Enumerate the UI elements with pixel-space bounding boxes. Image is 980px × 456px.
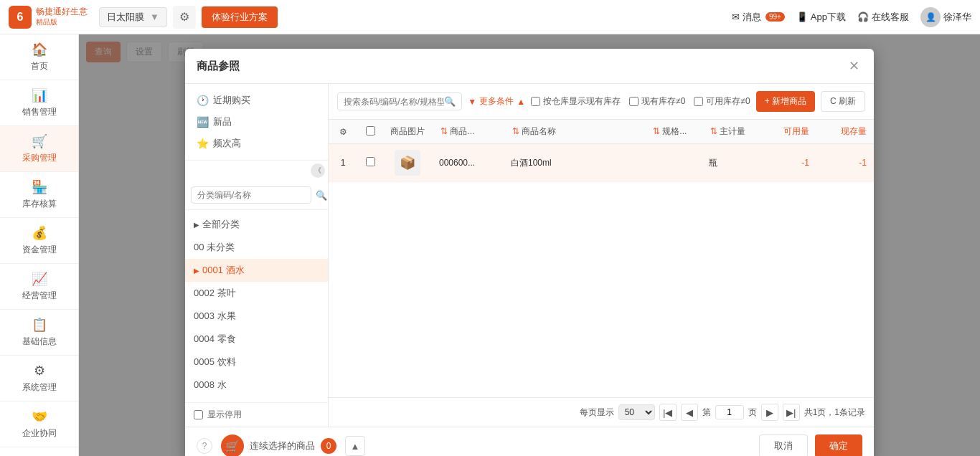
cat-item-0001-label: 0001 酒水	[202, 264, 245, 277]
page-number-input[interactable]	[715, 405, 744, 419]
next-page-btn[interactable]: ▶	[761, 404, 778, 421]
sidebar-label-home: 首页	[31, 60, 48, 72]
sidebar-item-system[interactable]: ⚙ 系统管理	[0, 356, 78, 402]
cancel-button[interactable]: 取消	[759, 434, 808, 456]
row-stock-cell: -1	[816, 144, 874, 182]
add-product-button[interactable]: + 新增商品	[756, 91, 815, 112]
table-row[interactable]: 1 📦 000600...	[329, 144, 874, 182]
sort-icon-unit: ⇅	[710, 126, 717, 136]
user-area[interactable]: 👤 徐泽华	[920, 7, 971, 27]
filter-more-btn[interactable]: ▼ 更多条件 ▲	[468, 95, 525, 108]
show-disabled-label[interactable]: 显示停用	[207, 409, 242, 421]
first-page-btn[interactable]: |◀	[659, 404, 677, 421]
cart-count: 0	[321, 438, 336, 454]
footer-buttons: 取消 确定	[759, 434, 862, 456]
category-search-icon[interactable]: 🔍	[316, 190, 327, 201]
filter-stock-neq0-cb[interactable]	[629, 97, 639, 106]
filter-option-1[interactable]: 按仓库显示现有库存	[531, 95, 621, 108]
sidebar-item-operations[interactable]: 📈 经营管理	[0, 264, 78, 310]
cat-item-all[interactable]: ▶ 全部分类	[185, 213, 328, 236]
modal-dialog: 商品参照 ✕ 🕐 近期购买	[185, 49, 874, 456]
app-download-btn[interactable]: 📱 App下载	[796, 11, 846, 24]
logo-sub-text: 精品版	[36, 17, 88, 27]
confirm-button[interactable]: 确定	[815, 434, 862, 456]
app-label: App下载	[811, 11, 846, 24]
sidebar-label-collab: 企业协同	[22, 427, 57, 440]
show-disabled-checkbox[interactable]	[194, 410, 203, 419]
collapse-panel-btn[interactable]: 《	[311, 163, 325, 178]
name-column-header[interactable]: ⇅ 商品名称	[504, 120, 644, 144]
modal-close-button[interactable]: ✕	[845, 57, 862, 75]
filter-avail-neq0-cb[interactable]	[694, 97, 703, 106]
collapse-footer-btn[interactable]: ▲	[345, 436, 365, 456]
recent-purchase-btn[interactable]: 🕐 近期购买	[191, 90, 322, 111]
modal-title: 商品参照	[197, 60, 240, 73]
sidebar-item-home[interactable]: 🏠 首页	[0, 34, 78, 80]
headset-icon: 🎧	[857, 11, 869, 22]
last-page-btn[interactable]: ▶|	[783, 404, 800, 421]
page-total: 共1页，1条记录	[804, 407, 865, 419]
store-selector[interactable]: 日太阳膜 ▼	[99, 7, 167, 27]
cat-item-0008[interactable]: 0008 水	[185, 374, 328, 396]
filter-option-3[interactable]: 可用库存≠0	[694, 95, 750, 108]
cat-item-0010[interactable]: 0010 家电	[185, 396, 328, 402]
system-icon: ⚙	[34, 363, 45, 379]
spec-column-header[interactable]: ⇅ 规格...	[644, 120, 702, 144]
header-right: ✉ 消息 99+ 📱 App下载 🎧 在线客服 👤 徐泽华	[732, 7, 971, 27]
row-name: 白酒100ml	[511, 158, 552, 168]
cat-item-0001[interactable]: ▶ 0001 酒水	[185, 259, 328, 282]
category-search-input[interactable]	[191, 186, 311, 204]
gear-button[interactable]: ⚙	[173, 6, 196, 29]
cat-item-00[interactable]: 00 未分类	[185, 236, 328, 259]
sidebar-item-purchase[interactable]: 🛒 采购管理	[0, 126, 78, 172]
page-size-select[interactable]: 20 50 100	[618, 404, 655, 420]
row-checkbox[interactable]	[366, 157, 375, 166]
cat-item-0002[interactable]: 0002 茶叶	[185, 282, 328, 305]
cat-item-0003-label: 0003 水果	[194, 310, 236, 323]
sidebar-item-guide[interactable]: 📖 新手引导	[0, 447, 78, 456]
unit-column-header[interactable]: ⇅ 主计量	[702, 120, 759, 144]
stock-column-header: 现存量	[816, 120, 874, 144]
sidebar-item-basics[interactable]: 📋 基础信息	[0, 310, 78, 356]
trial-button[interactable]: 体验行业方案	[202, 6, 278, 28]
new-products-btn[interactable]: 🆕 新品	[191, 111, 322, 133]
settings-column-header[interactable]: ⚙	[329, 120, 357, 144]
category-list: ▶ 全部分类 00 未分类 ▶ 0001 酒水 0002 茶	[185, 210, 328, 402]
new-products-label: 新品	[213, 115, 232, 128]
refresh-button[interactable]: C 刷新	[821, 91, 865, 112]
row-code: 000600...	[439, 158, 475, 168]
unit-col-label: 主计量	[720, 126, 745, 136]
sort-icon-spec: ⇅	[653, 126, 660, 136]
operations-icon: 📈	[32, 271, 47, 287]
table-body: 1 📦 000600...	[329, 144, 874, 182]
frequent-btn[interactable]: ⭐ 频次高	[191, 133, 322, 154]
cart-label: 连续选择的商品	[250, 440, 315, 452]
filter-option-2[interactable]: 现有库存≠0	[629, 95, 685, 108]
message-btn[interactable]: ✉ 消息 99+	[732, 11, 785, 24]
toolbar-buttons: + 新增商品 C 刷新	[756, 91, 865, 112]
product-search-input[interactable]	[344, 97, 444, 107]
mobile-icon: 📱	[796, 11, 808, 22]
sidebar-item-collab[interactable]: 🤝 企业协同	[0, 402, 78, 447]
code-column-header[interactable]: ⇅ 商品...	[432, 120, 504, 144]
select-all-checkbox[interactable]	[366, 126, 375, 136]
row-checkbox-cell[interactable]	[357, 144, 383, 182]
sidebar-item-inventory[interactable]: 🏪 库存核算	[0, 172, 78, 218]
filter-warehouse-cb[interactable]	[531, 97, 540, 106]
sidebar-label-operations: 经营管理	[22, 290, 57, 302]
help-icon-btn[interactable]: ?	[197, 438, 212, 454]
sidebar-item-finance[interactable]: 💰 资金管理	[0, 218, 78, 264]
sort-icon-left: ⇅	[440, 126, 448, 136]
image-col-label: 商品图片	[390, 126, 425, 136]
service-label: 在线客服	[872, 11, 909, 24]
prev-page-btn[interactable]: ◀	[681, 404, 698, 421]
cat-item-0005[interactable]: 0005 饮料	[185, 351, 328, 374]
cat-item-0003[interactable]: 0003 水果	[185, 305, 328, 328]
product-search-icon[interactable]: 🔍	[444, 96, 456, 107]
row-unit-cell: 瓶	[702, 144, 759, 182]
service-btn[interactable]: 🎧 在线客服	[857, 11, 909, 24]
sidebar-item-sales[interactable]: 📊 销售管理	[0, 80, 78, 126]
cat-item-0002-label: 0002 茶叶	[194, 287, 236, 300]
cat-item-0004[interactable]: 0004 零食	[185, 328, 328, 351]
message-icon: ✉	[732, 11, 740, 22]
